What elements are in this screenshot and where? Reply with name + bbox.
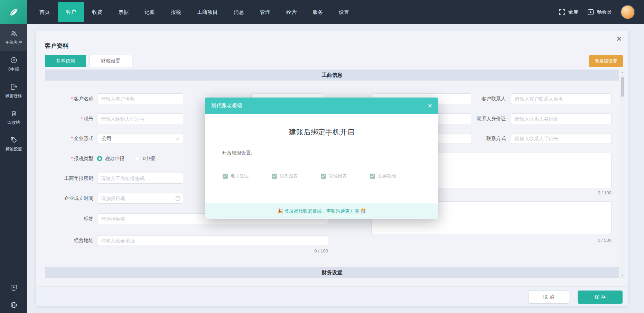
nav-item-services[interactable]: 服务 (305, 0, 331, 24)
checkbox-invoice-function[interactable]: 发票功能 (370, 173, 396, 179)
modal-title: 易代账老板端 (211, 102, 242, 109)
sidebar-item-all-customers[interactable]: 全部客户 (0, 24, 27, 51)
nav-item-operations[interactable]: 经营 (278, 0, 305, 24)
radio-label: 0申报 (143, 156, 155, 162)
checked-checkbox-icon (370, 174, 375, 179)
zero-report-icon: 0 (10, 56, 18, 64)
boss-client-modal: 易代账老板端 建账后绑定手机开启 开放权限设置: 电子凭证 税务图表 管理报表 … (205, 98, 438, 219)
business-address-field[interactable] (97, 235, 328, 246)
sidebar-item-tag-settings[interactable]: 标签设置 (0, 131, 27, 157)
users-icon (10, 30, 18, 37)
sidebar-item-account-migration[interactable]: 账套迁移 (0, 77, 27, 104)
sidebar-item-label: 账套迁移 (6, 93, 22, 99)
nav-item-settings[interactable]: 设置 (331, 0, 357, 24)
member-button[interactable]: 畅会员 (587, 8, 612, 16)
tax-type-radio-declare[interactable]: 税款申报 (97, 156, 124, 162)
fullscreen-label: 全屏 (568, 9, 578, 15)
nav-right-tools: 全屏 畅会员 (558, 5, 644, 19)
tax-type-radio-zero[interactable]: 0申报 (135, 156, 155, 162)
calendar-icon[interactable] (175, 196, 180, 201)
checked-checkbox-icon (321, 174, 326, 179)
modal-heading: 建账后绑定手机开启 (205, 127, 438, 137)
required-mark: * (81, 116, 83, 121)
fullscreen-icon (558, 8, 566, 16)
tax-number-field[interactable] (97, 113, 183, 124)
company-form-select[interactable]: 公司 (97, 133, 183, 144)
modal-close-icon[interactable] (428, 101, 432, 110)
tab-basic-info[interactable]: 基本信息 (45, 55, 86, 67)
establish-date-wrap (97, 193, 183, 204)
cancel-button[interactable]: 取 消 (528, 291, 569, 304)
nav-item-bookkeeping[interactable]: 记账 (137, 0, 163, 24)
checkbox-tax-charts[interactable]: 税务图表 (272, 173, 298, 179)
nav-item-fees[interactable]: 收费 (84, 0, 110, 24)
contact-phone-label: 联系方式 (461, 133, 506, 144)
checkbox-management-reports[interactable]: 管理报表 (321, 173, 347, 179)
checked-checkbox-icon (272, 174, 277, 179)
annual-report-password-field[interactable] (97, 173, 183, 184)
scrollbar[interactable] (620, 70, 625, 278)
tax-number-label: *税号 (43, 113, 93, 124)
checkbox-label: 发票功能 (378, 173, 396, 179)
boss-settings-button[interactable]: 老板端设置 (589, 55, 623, 67)
radio-label: 税款申报 (105, 156, 124, 162)
nav-item-customer[interactable]: 客户 (58, 2, 84, 22)
contact-id-field[interactable] (511, 113, 612, 124)
save-button[interactable]: 保 存 (578, 291, 623, 304)
sidebar-item-label: 全部客户 (6, 40, 22, 46)
checkbox-label: 管理报表 (329, 173, 347, 179)
company-form-label: *企业形式 (43, 133, 93, 144)
download-client-icon[interactable] (10, 284, 18, 292)
tags-label: 标签 (43, 213, 93, 224)
sidebar-item-label: 0申报 (8, 66, 19, 72)
sidebar-item-label: 回收站 (8, 120, 20, 126)
establish-date-field[interactable] (97, 193, 183, 204)
section-header-finance-settings: 财务设置 (45, 267, 619, 278)
required-mark: * (71, 136, 73, 141)
address-char-counter: 0 / 100 (97, 248, 328, 254)
nav-item-messages[interactable]: 消息 (226, 0, 252, 24)
tab-tax-settings[interactable]: 财税设置 (89, 55, 132, 67)
company-form-value: 公司 (102, 136, 111, 142)
nav-item-tax-filing[interactable]: 报税 (163, 0, 189, 24)
migrate-icon (10, 83, 18, 91)
fullscreen-button[interactable]: 全屏 (558, 8, 578, 16)
nav-item-invoices[interactable]: 票据 (110, 0, 137, 24)
avatar[interactable] (620, 5, 635, 19)
checkbox-label: 电子凭证 (231, 173, 249, 179)
radio-icon (135, 156, 140, 161)
member-icon (587, 8, 595, 16)
nav-item-management[interactable]: 管理 (252, 0, 278, 24)
checkbox-electronic-voucher[interactable]: 电子凭证 (223, 173, 249, 179)
sidebar-item-recycle-bin[interactable]: 回收站 (0, 104, 27, 131)
contact-id-label: 联系人身份证 (461, 113, 506, 124)
nav-item-business-projects[interactable]: 工商项目 (189, 0, 226, 24)
sidebar-item-label: 标签设置 (6, 146, 22, 152)
contact-phone-field[interactable] (511, 133, 612, 144)
tax-type-label: *报税类型 (43, 153, 93, 164)
left-sidebar: 全部客户 0 0申报 账套迁移 回收站 标签设置 (0, 24, 27, 313)
scroll-thumb[interactable] (621, 77, 624, 97)
tag-icon (10, 136, 18, 144)
nav-item-home[interactable]: 首页 (31, 0, 58, 24)
scroll-down-icon[interactable] (620, 273, 625, 277)
member-label: 畅会员 (597, 9, 612, 15)
close-icon[interactable] (616, 34, 622, 44)
leaf-logo-icon (8, 6, 20, 18)
permission-label: 开放权限设置: (222, 150, 252, 156)
section-header-business-info: 工商信息 (45, 70, 619, 81)
top-navbar: 首页 客户 收费 票据 记账 报税 工商项目 消息 管理 经营 服务 设置 全屏… (0, 0, 644, 24)
contact-name-field[interactable] (511, 93, 612, 104)
scroll-up-icon[interactable] (620, 70, 625, 75)
business-address-label: 经营地址 (43, 235, 93, 246)
sidebar-item-zero-declare[interactable]: 0 0申报 (0, 51, 27, 77)
establish-date-label: 企业成立时间 (43, 193, 93, 204)
page-title: 客户资料 (45, 42, 68, 50)
customer-name-label: *客户名称 (43, 93, 93, 104)
radio-icon (97, 156, 102, 161)
required-mark: * (71, 156, 73, 161)
contact-name-label: 客户联系人 (461, 93, 506, 104)
boss-login-link[interactable]: 🎉 登录易代账老板端，查账沟通更方便 🎊 (205, 203, 438, 219)
globe-icon[interactable] (10, 301, 18, 309)
customer-name-field[interactable] (97, 93, 183, 104)
